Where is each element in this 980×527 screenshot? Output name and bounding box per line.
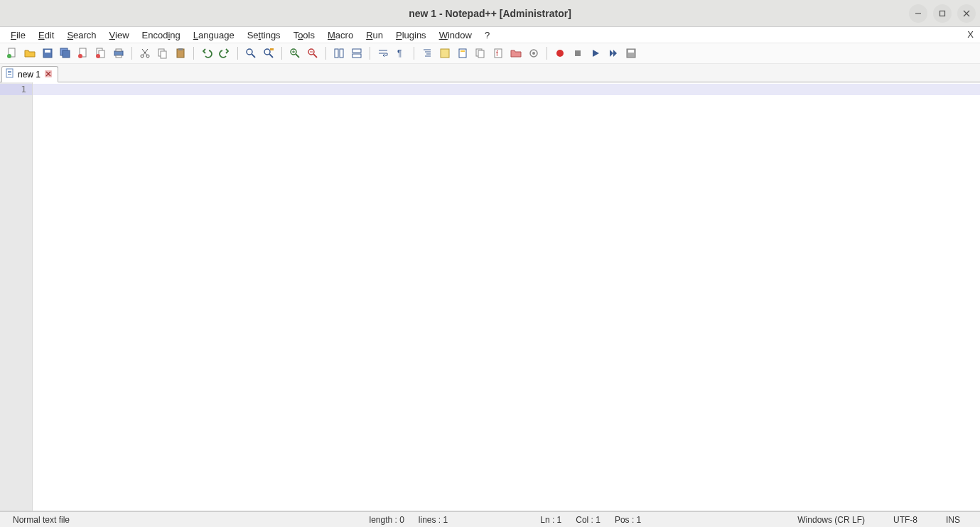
toolbar-func-list-button[interactable]: f (490, 45, 506, 61)
menubar-close-x[interactable]: X (967, 29, 974, 40)
macro-stop-icon (572, 48, 583, 59)
svg-rect-38 (335, 49, 338, 58)
svg-rect-41 (352, 54, 361, 58)
menu-macro[interactable]: Macro (321, 28, 360, 42)
sync-v-icon (333, 48, 345, 59)
toolbar-user-lang-button[interactable] (437, 45, 453, 61)
menu-tools[interactable]: Tools (287, 28, 321, 42)
toolbar-print-button[interactable] (111, 45, 126, 61)
toolbar-save-button[interactable] (40, 45, 55, 61)
menu-window[interactable]: Window (433, 28, 478, 42)
minimize-icon (915, 10, 922, 17)
menu-language[interactable]: Language (187, 28, 241, 42)
maximize-button[interactable] (933, 4, 952, 23)
svg-rect-39 (340, 49, 343, 58)
print-icon (113, 48, 124, 59)
toolbar-macro-save-button[interactable] (623, 45, 639, 61)
menu-search[interactable]: Search (60, 28, 102, 42)
toolbar-paste-button[interactable] (173, 45, 188, 61)
menu-encoding[interactable]: Encoding (136, 28, 187, 42)
toolbar-cut-button[interactable] (137, 45, 153, 61)
svg-rect-17 (116, 55, 122, 58)
status-ln: Ln : 1 (533, 515, 569, 525)
svg-point-28 (264, 49, 270, 55)
status-lines: lines : 1 (411, 515, 455, 525)
toolbar-separator (546, 47, 547, 60)
toolbar-macro-play-multi-button[interactable] (605, 45, 621, 61)
svg-rect-40 (352, 49, 361, 53)
window-controls (909, 4, 976, 23)
redo-icon (219, 48, 230, 59)
cut-icon (139, 48, 151, 59)
function-list-icon: f (492, 48, 504, 59)
toolbar-sync-h-button[interactable] (349, 45, 365, 61)
tab-close-button[interactable] (43, 70, 53, 79)
menu-plugins[interactable]: Plugins (389, 28, 433, 42)
svg-rect-23 (161, 51, 166, 58)
menu-settings[interactable]: Settings (241, 28, 287, 42)
toolbar-monitor-button[interactable] (526, 45, 542, 61)
text-area[interactable] (33, 82, 980, 511)
toolbar-doc-map-button[interactable] (455, 45, 470, 61)
toolbar-replace-button[interactable] (261, 45, 276, 61)
toolbar-new-button[interactable] (4, 45, 20, 61)
svg-rect-65 (8, 74, 11, 75)
macro-save-icon (625, 48, 637, 59)
menu-view[interactable]: View (103, 28, 136, 42)
tab-file-icon (5, 68, 15, 80)
svg-text:f: f (496, 50, 498, 58)
toolbar-sync-v-button[interactable] (331, 45, 347, 61)
word-wrap-icon (377, 48, 389, 59)
menu-edit[interactable]: Edit (32, 28, 60, 42)
close-file-icon (77, 48, 89, 59)
toolbar-macro-play-button[interactable] (588, 45, 603, 61)
toolbar-open-button[interactable] (22, 45, 38, 61)
tabbar: new 1 (0, 64, 980, 82)
monitor-icon (528, 48, 539, 59)
toolbar-macro-record-button[interactable] (552, 45, 568, 61)
toolbar-find-button[interactable] (243, 45, 259, 61)
save-all-icon (60, 48, 71, 59)
minimize-button[interactable] (909, 4, 927, 23)
svg-rect-30 (270, 48, 274, 50)
toolbar-undo-button[interactable] (199, 45, 215, 61)
toolbar-close-button[interactable] (75, 45, 91, 61)
open-file-icon (24, 48, 36, 59)
toolbar-doc-list-button[interactable] (473, 45, 488, 61)
close-button[interactable] (957, 4, 976, 23)
zoom-out-icon (307, 48, 318, 59)
svg-rect-50 (459, 49, 466, 58)
toolbar-close-all-button[interactable] (93, 45, 109, 61)
menu-run[interactable]: Run (360, 28, 389, 42)
find-icon (245, 48, 257, 59)
svg-line-20 (143, 49, 148, 55)
toolbar-zoom-out-button[interactable] (305, 45, 321, 61)
new-file-icon (6, 48, 18, 59)
menu-file[interactable]: File (4, 28, 32, 42)
toolbar-redo-button[interactable] (217, 45, 232, 61)
toolbar-copy-button[interactable] (155, 45, 171, 61)
status-file-type: Normal text file (6, 515, 77, 525)
svg-rect-15 (114, 51, 123, 55)
toolbar-macro-stop-button[interactable] (570, 45, 586, 61)
svg-rect-51 (461, 50, 465, 52)
toolbar-save-all-button[interactable] (58, 45, 73, 61)
line-number: 1 (0, 84, 32, 95)
svg-rect-9 (63, 50, 70, 58)
svg-point-57 (532, 52, 535, 55)
toolbar-show-chars-button[interactable]: ¶ (393, 45, 409, 61)
toolbar: ¶ f (0, 43, 980, 64)
svg-point-14 (96, 54, 100, 58)
toolbar-separator (193, 47, 194, 60)
toolbar-separator (131, 47, 132, 60)
toolbar-zoom-in-button[interactable] (287, 45, 303, 61)
menu-help[interactable]: ? (478, 28, 496, 42)
tab-new-1[interactable]: new 1 (1, 66, 58, 82)
macro-record-icon (554, 48, 566, 59)
toolbar-wrap-button[interactable] (375, 45, 391, 61)
toolbar-folder-button[interactable] (508, 45, 524, 61)
svg-point-58 (556, 50, 564, 57)
macro-play-multi-icon (608, 48, 619, 59)
toolbar-indent-guide-button[interactable] (419, 45, 435, 61)
doc-list-icon (475, 48, 486, 59)
